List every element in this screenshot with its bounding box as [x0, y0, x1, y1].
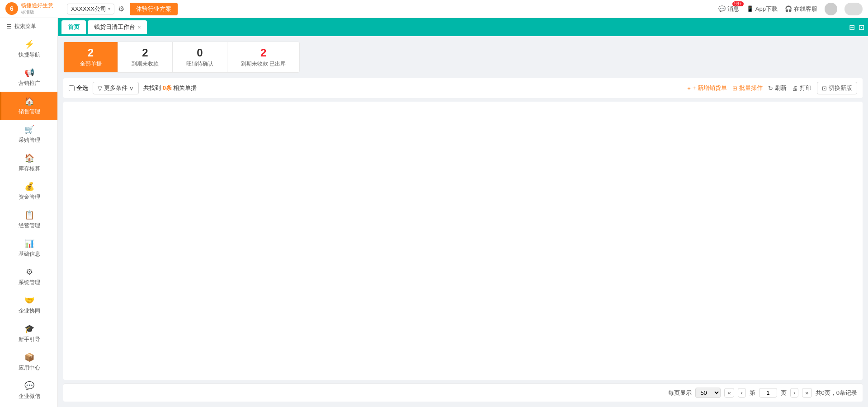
company-name: XXXXXX公司: [71, 5, 106, 13]
basic-info-icon: 📊: [24, 239, 34, 248]
filter-button[interactable]: ▽ 更多条件 ∨: [93, 82, 139, 94]
avatar[interactable]: [825, 3, 837, 15]
topbar: 6 畅捷通好生意 标准版 XXXXXX公司 ▾ ⚙ 体验行业方案 💬 消息 99…: [0, 0, 868, 18]
message-icon: 💬: [718, 5, 726, 12]
sidebar-item-guide[interactable]: 🎓 新手引导: [0, 319, 57, 348]
stat-num-overdue-out: 2: [260, 47, 266, 59]
search-label: 搜索菜单: [14, 23, 36, 30]
sidebar-item-operation[interactable]: 📋 经营管理: [0, 206, 57, 234]
sidebar-label-wechat: 企业微信: [19, 393, 40, 400]
refresh-label: 刷新: [775, 84, 787, 92]
batch-label: 批量操作: [739, 84, 763, 92]
switch-version-button[interactable]: ⊡ 切换新版: [817, 82, 857, 94]
toolbar-left: 全选 ▽ 更多条件 ∨ 共找到 0条 相关单据: [69, 82, 682, 94]
content-area: 首页 钱货日清工作台 × ⊟ ⊡ 2 全部单据 2 到期未收款: [58, 18, 868, 407]
sidebar-item-basic-info[interactable]: 📊 基础信息: [0, 234, 57, 262]
found-suffix: 相关单据: [173, 84, 197, 91]
service-icon: 🎧: [785, 5, 792, 12]
refresh-button[interactable]: ↻ 刷新: [768, 84, 787, 92]
last-page-button[interactable]: »: [802, 388, 811, 398]
company-arrow-icon: ▾: [108, 6, 110, 11]
page-end-label: 页: [781, 389, 787, 397]
sidebar-label-quick-nav: 快捷导航: [19, 51, 40, 59]
sidebar-item-cooperation[interactable]: 🤝 企业协同: [0, 291, 57, 319]
marketing-icon: 📢: [24, 68, 34, 78]
stat-num-pending: 0: [197, 47, 203, 59]
pagination-footer: 每页显示 50 100 200 « ‹ 第 页 › » 共0页，0条记录: [63, 384, 863, 402]
online-service-button[interactable]: 🎧 在线客服: [785, 5, 817, 13]
select-all-input[interactable]: [69, 85, 75, 91]
prev-page-button[interactable]: ‹: [738, 388, 746, 398]
select-all-checkbox[interactable]: 全选: [69, 84, 88, 92]
add-label: + 新增销货单: [693, 84, 727, 92]
total-info: 共0页，0条记录: [816, 389, 857, 397]
trial-button[interactable]: 体验行业方案: [130, 3, 178, 15]
add-icon: +: [687, 85, 691, 92]
print-label: 打印: [800, 84, 811, 92]
tab-controls: ⊟ ⊡: [849, 23, 864, 32]
page-label: 第: [750, 389, 755, 397]
add-sales-order-button[interactable]: + + 新增销货单: [687, 84, 727, 92]
logo-badge: 标准版: [21, 9, 53, 15]
user-panel[interactable]: [844, 3, 863, 15]
settings-icon[interactable]: ⚙: [118, 5, 124, 13]
filter-icon: ▽: [98, 85, 102, 92]
next-page-button[interactable]: ›: [790, 388, 798, 398]
sidebar-item-finance[interactable]: 💰 资金管理: [0, 177, 57, 206]
cooperation-icon: 🤝: [24, 295, 34, 305]
sidebar-item-system[interactable]: ⚙ 系统管理: [0, 262, 57, 291]
sidebar-label-system: 系统管理: [19, 279, 40, 286]
filter-label: 更多条件: [104, 84, 127, 92]
tab-minimize-icon[interactable]: ⊟: [849, 23, 855, 32]
stat-tab-overdue[interactable]: 2 到期未收款: [118, 42, 173, 72]
tab-home[interactable]: 首页: [61, 20, 86, 34]
topbar-right: 💬 消息 99+ 📱 App下载 🎧 在线客服: [718, 3, 863, 15]
stat-label-overdue-out: 到期未收款 已出库: [241, 60, 286, 68]
first-page-button[interactable]: «: [724, 388, 734, 398]
company-selector[interactable]: XXXXXX公司 ▾: [67, 4, 114, 14]
current-page-input[interactable]: [759, 388, 777, 398]
tab-home-label: 首页: [68, 23, 80, 31]
tab-bar: 首页 钱货日清工作台 × ⊟ ⊡: [58, 18, 868, 36]
sidebar-item-inventory[interactable]: 🏠 库存核算: [0, 149, 57, 177]
sidebar-label-inventory: 库存核算: [19, 165, 40, 173]
stat-tab-all[interactable]: 2 全部单据: [64, 42, 118, 72]
message-button[interactable]: 💬 消息 99+: [718, 5, 739, 13]
stat-num-overdue: 2: [142, 47, 148, 59]
tab-close-icon[interactable]: ×: [138, 24, 141, 30]
tab-expand-icon[interactable]: ⊡: [859, 23, 864, 32]
stat-tab-overdue-out[interactable]: 2 到期未收款 已出库: [227, 42, 299, 72]
sidebar-item-quick-nav[interactable]: ⚡ 快捷导航: [0, 35, 57, 63]
sidebar-item-app-center[interactable]: 📦 应用中心: [0, 348, 57, 376]
switch-label: 切换新版: [829, 84, 852, 92]
toolbar: 全选 ▽ 更多条件 ∨ 共找到 0条 相关单据 + + 新增销货单: [63, 78, 863, 98]
sidebar-search[interactable]: ☰ 搜索菜单: [0, 18, 57, 35]
sidebar-item-member[interactable]: ✅ 畅会员: [0, 405, 57, 407]
logo: 6 畅捷通好生意 标准版: [5, 2, 63, 15]
main-layout: ☰ 搜索菜单 ⚡ 快捷导航 📢 营销推广 🏠 销售管理 🛒 采购管理 🏠 库存核…: [0, 18, 868, 407]
sidebar-label-operation: 经营管理: [19, 222, 40, 229]
sales-icon: 🏠: [24, 96, 34, 106]
sidebar: ☰ 搜索菜单 ⚡ 快捷导航 📢 营销推广 🏠 销售管理 🛒 采购管理 🏠 库存核…: [0, 18, 58, 407]
app-download-button[interactable]: 📱 App下载: [746, 5, 778, 13]
print-icon: 🖨: [792, 85, 798, 92]
sidebar-item-purchase[interactable]: 🛒 采购管理: [0, 120, 57, 149]
sidebar-label-purchase: 采购管理: [19, 136, 40, 144]
batch-operation-button[interactable]: ⊞ 批量操作: [732, 84, 763, 92]
logo-icon: 6: [5, 2, 18, 15]
print-button[interactable]: 🖨 打印: [792, 84, 811, 92]
sidebar-item-wechat[interactable]: 💬 企业微信: [0, 376, 57, 405]
stat-num-all: 2: [88, 47, 94, 59]
found-prefix: 共找到: [143, 84, 161, 91]
sidebar-item-sales[interactable]: 🏠 销售管理: [0, 92, 57, 120]
page-size-label: 每页显示: [668, 389, 692, 397]
stat-tab-pending[interactable]: 0 旺铺待确认: [173, 42, 227, 72]
tab-workbench-label: 钱货日清工作台: [94, 23, 135, 31]
service-label: 在线客服: [794, 5, 817, 13]
stat-label-pending: 旺铺待确认: [186, 60, 213, 68]
page-size-select[interactable]: 50 100 200: [695, 388, 721, 398]
tab-workbench[interactable]: 钱货日清工作台 ×: [88, 20, 147, 34]
sidebar-item-marketing[interactable]: 📢 营销推广: [0, 63, 57, 92]
app-icon: 📱: [746, 5, 754, 12]
switch-icon: ⊡: [822, 85, 827, 92]
